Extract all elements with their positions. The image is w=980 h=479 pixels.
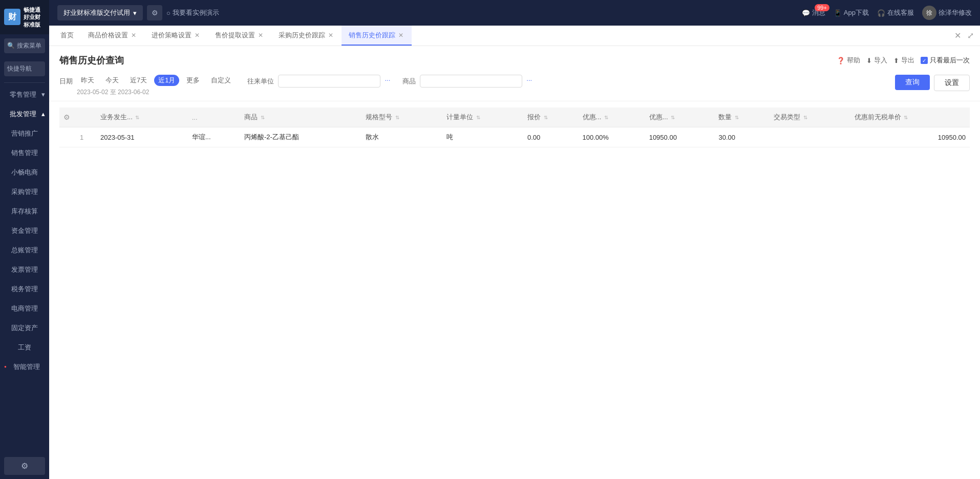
product-selector[interactable]: 好业财标准版交付试用 ▾	[57, 5, 143, 20]
tab-close-all-button[interactable]: ✕	[952, 29, 963, 42]
topbar-left: 好业财标准版交付试用 ▾ ⚙ ○ 我要看实例演示	[57, 5, 219, 20]
chevron-icon: ▾	[41, 91, 45, 98]
quick-nav-button[interactable]: 快捷导航	[4, 61, 45, 76]
col-spec: 规格型号 ⇅	[361, 107, 442, 127]
date-yesterday[interactable]: 昨天	[77, 75, 98, 86]
tab-close-price-settings[interactable]: ✕	[130, 32, 137, 38]
row-date-cell: 2023-05-31	[96, 127, 188, 147]
tab-close-sale-extract[interactable]: ✕	[257, 32, 264, 38]
online-service-button[interactable]: 🎧 在线客服	[877, 8, 914, 17]
sidebar-item-retail[interactable]: 零售管理 ▾	[0, 85, 49, 104]
col-more-button[interactable]: ...	[192, 114, 198, 121]
tabbar: 首页 商品价格设置 ✕ 进价策略设置 ✕ 售价提取设置 ✕ 采购历史价跟踪 ✕ …	[49, 26, 980, 46]
product-more-button[interactable]: ...	[526, 75, 532, 82]
sort-trade-type-icon[interactable]: ⇅	[803, 115, 807, 120]
sidebar-item-assets[interactable]: 固定资产	[0, 318, 49, 338]
help-link[interactable]: ❓ 帮助	[837, 56, 860, 65]
col-price: 报价 ⇅	[523, 107, 579, 127]
date-today[interactable]: 今天	[101, 75, 123, 86]
sort-date-icon[interactable]: ⇅	[135, 115, 139, 120]
dropdown-icon: ▾	[133, 9, 137, 17]
column-settings-icon[interactable]: ⚙	[63, 113, 70, 121]
col-discount1: 优惠... ⇅	[579, 107, 645, 127]
sidebar-item-marketing[interactable]: 营销推广	[0, 124, 49, 143]
export-link[interactable]: ⬆ 导出	[893, 56, 914, 65]
col-product: 商品 ⇅	[240, 107, 362, 127]
demo-link[interactable]: ○ 我要看实例演示	[166, 8, 219, 17]
tab-close-sales-history[interactable]: ✕	[397, 32, 404, 38]
filter-actions: 查询 设置	[895, 75, 970, 91]
date-custom[interactable]: 自定义	[207, 75, 235, 86]
sidebar-divider	[4, 82, 45, 83]
sidebar-item-ecommerce[interactable]: 电商管理	[0, 299, 49, 318]
sort-spec-icon[interactable]: ⇅	[395, 115, 399, 120]
sidebar-item-tax[interactable]: 税务管理	[0, 279, 49, 299]
product-label: 商品	[402, 75, 416, 86]
date-filter-group: 日期 昨天 今天 近7天 近1月 更多 自定义 2023-05-02 至 202…	[59, 75, 235, 97]
app-download-button[interactable]: 📱 App下载	[834, 8, 869, 17]
table-row: 1 2023-05-31 华谊... 丙烯酸-2-乙基己酯 散水	[59, 127, 970, 147]
demo-icon: ○	[166, 9, 171, 17]
import-link[interactable]: ⬇ 导入	[866, 56, 887, 65]
tab-sale-extract[interactable]: 售价提取设置 ✕	[208, 26, 271, 46]
tab-sales-history[interactable]: 销售历史价跟踪 ✕	[342, 26, 412, 46]
sort-pretax-icon[interactable]: ⇅	[904, 115, 908, 120]
date-options: 昨天 今天 近7天 近1月 更多 自定义	[77, 75, 235, 86]
app-logo: 财 畅捷通好业财 标准版	[0, 0, 49, 34]
row-quantity-cell: 30.00	[714, 127, 770, 147]
date-range-text: 2023-05-02 至 2023-06-02	[77, 88, 235, 97]
search-menu-button[interactable]: 🔍 搜索菜单	[4, 38, 45, 53]
sidebar-item-ledger[interactable]: 总账管理	[0, 241, 49, 260]
quick-nav-container: 快捷导航	[0, 57, 49, 80]
sidebar-item-sales[interactable]: 销售管理	[0, 143, 49, 163]
tab-purchase-strategy[interactable]: 进价策略设置 ✕	[144, 26, 208, 46]
partner-more-button[interactable]: ...	[385, 75, 390, 82]
sidebar-item-purchase[interactable]: 采购管理	[0, 182, 49, 202]
sort-unit-icon[interactable]: ⇅	[476, 115, 480, 120]
tab-close-purchase-history[interactable]: ✕	[327, 32, 334, 38]
messages-button[interactable]: 💬 消息 99+	[802, 8, 825, 17]
tab-home[interactable]: 首页	[53, 26, 81, 46]
only-last-checkbox[interactable]: ✓ 只看最后一次	[921, 56, 970, 65]
sidebar-item-invoice[interactable]: 发票管理	[0, 260, 49, 279]
sort-quantity-icon[interactable]: ⇅	[735, 115, 739, 120]
sidebar-item-payroll[interactable]: 工资	[0, 338, 49, 357]
topbar-right: 💬 消息 99+ 📱 App下载 🎧 在线客服 徐 徐泽华修改	[802, 6, 972, 20]
sidebar-item-inventory[interactable]: 库存核算	[0, 202, 49, 221]
content-area: 销售历史价查询 ❓ 帮助 ⬇ 导入 ⬆ 导出 ✓ 只看最后一次	[49, 46, 980, 479]
sort-product-icon[interactable]: ⇅	[261, 115, 265, 120]
tab-close-purchase-strategy[interactable]: ✕	[194, 32, 201, 38]
user-menu[interactable]: 徐 徐泽华修改	[922, 6, 972, 20]
tab-purchase-history[interactable]: 采购历史价跟踪 ✕	[271, 26, 342, 46]
table-header-row: ⚙ 业务发生... ⇅ ... 商品 ⇅	[59, 107, 970, 127]
topbar-settings-button[interactable]: ⚙	[147, 5, 162, 20]
sidebar-item-smart[interactable]: 智能管理	[0, 357, 49, 377]
topbar: 好业财标准版交付试用 ▾ ⚙ ○ 我要看实例演示 💬 消息 99+ 📱 App下…	[49, 0, 980, 26]
sidebar-settings-button[interactable]: ⚙	[4, 457, 45, 475]
row-more-cell: 华谊...	[188, 127, 240, 147]
query-button[interactable]: 查询	[895, 75, 930, 90]
sidebar-item-wholesale[interactable]: 批发管理 ▴	[0, 104, 49, 124]
col-settings: ⚙	[59, 107, 76, 127]
headset-icon: 🎧	[877, 9, 885, 17]
tab-price-settings[interactable]: 商品价格设置 ✕	[81, 26, 144, 46]
sidebar-item-finance[interactable]: 资金管理	[0, 221, 49, 241]
avatar: 徐	[922, 6, 936, 20]
sort-discount2-icon[interactable]: ⇅	[671, 115, 675, 120]
date-more[interactable]: 更多	[182, 75, 204, 86]
tab-expand-button[interactable]: ⤢	[965, 29, 976, 42]
settings-button[interactable]: 设置	[934, 75, 970, 91]
product-input[interactable]	[420, 75, 522, 88]
checkbox-icon: ✓	[921, 57, 928, 64]
partner-label: 往来单位	[247, 75, 274, 86]
date-last-month[interactable]: 近1月	[154, 75, 179, 86]
sidebar-item-ecommerce-small[interactable]: 小畅电商	[0, 163, 49, 182]
sort-discount1-icon[interactable]: ⇅	[604, 115, 608, 120]
col-trade-type: 交易类型 ⇅	[770, 107, 850, 127]
row-trade-type-cell	[770, 127, 850, 147]
data-table: ⚙ 业务发生... ⇅ ... 商品 ⇅	[59, 107, 970, 147]
date-last7[interactable]: 近7天	[126, 75, 151, 86]
product-filter-group: 商品 ...	[402, 75, 532, 88]
partner-input[interactable]	[278, 75, 380, 88]
sort-price-icon[interactable]: ⇅	[544, 115, 548, 120]
